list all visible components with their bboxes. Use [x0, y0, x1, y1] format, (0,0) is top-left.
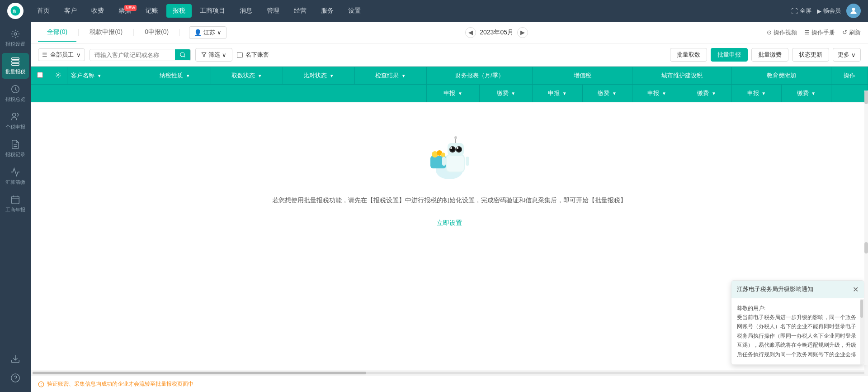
- th-fetch-status: 取数状态 ▼: [211, 67, 283, 85]
- sidebar-item-tax-summary[interactable]: 报税总览: [2, 81, 29, 106]
- svg-point-20: [57, 74, 59, 76]
- nav-message[interactable]: 消息: [233, 4, 259, 18]
- top-navigation: 彩 首页 客户 收费 票据 NEW 记账 报税 工商项目 消息 管理 经营 服务…: [0, 0, 868, 22]
- svg-rect-6: [12, 64, 19, 66]
- notification-scroll-thumb[interactable]: [860, 300, 863, 318]
- scrollbar-thumb[interactable]: [33, 372, 366, 374]
- sidebar-item-batch-tax[interactable]: 批量报税: [2, 53, 29, 79]
- batch-fetch-btn[interactable]: 批量取数: [670, 48, 707, 62]
- table-header-row: 客户名称 ▼ 纳税性质 ▼ 取数状态 ▼ 比对状态: [31, 67, 868, 85]
- next-month-btn[interactable]: ▶: [517, 27, 528, 38]
- th-vat-declare: 申报 ▼: [533, 85, 582, 102]
- new-badge: NEW: [124, 5, 137, 11]
- search-input[interactable]: [90, 49, 175, 61]
- sidebar-item-settlement[interactable]: 汇算清缴: [2, 163, 29, 189]
- sidebar-item-tax-settings[interactable]: 报税设置: [2, 25, 29, 51]
- page-scroll-thumb[interactable]: [864, 91, 868, 104]
- top-nav-right: ⛶ 全屏 ▶ 畅会员: [791, 4, 861, 18]
- svg-text:彩: 彩: [12, 10, 17, 14]
- nav-service[interactable]: 服务: [315, 4, 340, 18]
- th-vat: 增值税: [533, 67, 632, 85]
- svg-rect-38: [442, 157, 446, 166]
- nav-tax[interactable]: 报税: [166, 4, 192, 18]
- tab-zero-declaration[interactable]: 0申报(0): [136, 24, 178, 42]
- th-compare-status: 比对状态 ▼: [283, 67, 355, 85]
- svg-point-8: [13, 113, 16, 116]
- sidebar-item-personal-tax[interactable]: 个税申报: [2, 108, 29, 134]
- sidebar-item-annual-report[interactable]: 工商年报: [2, 191, 29, 217]
- nav-items: 首页 客户 收费 票据 NEW 记账 报税 工商项目 消息 管理 经营 服务 设…: [31, 4, 791, 18]
- empty-state-message: 若您想使用批量报税功能，请先在【报税设置】中进行报税的初始化设置，完成密码验证和…: [272, 195, 627, 206]
- select-all-checkbox[interactable]: [37, 72, 43, 78]
- tabs-province-bar: 全部(0) 税款申报(0) 0申报(0) 👤 江苏 ∨ ◀ 2023年05月 ▶: [31, 22, 868, 43]
- batch-pay-btn[interactable]: 批量缴费: [751, 48, 788, 62]
- tab-divider-2: [133, 29, 134, 36]
- logo[interactable]: 彩: [7, 3, 24, 19]
- checkbox-account-label[interactable]: 名下账套: [237, 51, 269, 59]
- tab-divider-1: [78, 29, 79, 36]
- svg-rect-4: [12, 58, 19, 60]
- nav-biz[interactable]: 工商项目: [193, 4, 231, 18]
- notif-panel-scroll-thumb[interactable]: [864, 242, 868, 253]
- th-fin-pay: 缴费 ▼: [480, 85, 533, 102]
- notification-title: 江苏电子税务局升级影响通知: [737, 285, 813, 293]
- svg-point-42: [41, 385, 41, 385]
- setup-link[interactable]: 立即设置: [437, 217, 462, 229]
- operation-video-btn[interactable]: ⊙ 操作视频: [767, 29, 797, 37]
- th-edu-declare: 申报 ▼: [731, 85, 781, 102]
- member-btn[interactable]: ▶ 畅会员: [817, 7, 841, 15]
- nav-operation[interactable]: 经营: [288, 4, 313, 18]
- bottom-bar: 验证账密、采集信息均成功的企业才会流转至批量报税页面中: [31, 376, 868, 392]
- fullscreen-btn[interactable]: ⛶ 全屏: [791, 7, 811, 15]
- more-btn[interactable]: 更多 ∨: [833, 48, 861, 62]
- nav-bookkeeping[interactable]: 记账: [139, 4, 165, 18]
- svg-point-37: [454, 136, 457, 139]
- search-button[interactable]: [175, 49, 190, 60]
- th-spacer: [31, 85, 427, 102]
- nav-home[interactable]: 首页: [31, 4, 56, 18]
- operation-manual-btn[interactable]: ☰ 操作手册: [804, 29, 835, 37]
- filter-btn[interactable]: 筛选 ∨: [195, 48, 232, 62]
- th-edu-surcharge: 教育费附加: [731, 67, 831, 85]
- svg-rect-5: [12, 61, 19, 62]
- nav-settings[interactable]: 设置: [342, 4, 367, 18]
- tab-tax-declaration[interactable]: 税款申报(0): [80, 24, 132, 42]
- checkbox-account[interactable]: [237, 52, 243, 58]
- th-checkbox: [31, 67, 49, 85]
- batch-declare-btn[interactable]: 批量申报: [711, 48, 748, 62]
- notification-scrollbar[interactable]: [860, 299, 864, 364]
- svg-point-32: [450, 147, 452, 149]
- employee-select[interactable]: ☰ 全部员工 ∨: [38, 48, 85, 61]
- svg-rect-39: [466, 157, 469, 166]
- refresh-btn[interactable]: ↺ 刷新: [842, 29, 861, 37]
- province-select[interactable]: 👤 江苏 ∨: [189, 26, 226, 39]
- nav-manage[interactable]: 管理: [260, 4, 286, 18]
- toolbar: ☰ 全部员工 ∨ 筛选 ∨ 名下账套: [31, 43, 868, 67]
- main-table: 客户名称 ▼ 纳税性质 ▼ 取数状态 ▼ 比对状态: [31, 67, 868, 256]
- notification-popup: 江苏电子税务局升级影响通知 ✕ 尊敬的用户: 受当前电子税务局进一步升级的影响，…: [731, 280, 864, 365]
- nav-customer[interactable]: 客户: [58, 4, 83, 18]
- nav-invoice[interactable]: 票据 NEW: [112, 4, 137, 18]
- th-city-declare: 申报 ▼: [632, 85, 682, 102]
- sidebar-item-tax-records[interactable]: 报税记录: [2, 136, 29, 162]
- notification-close-btn[interactable]: ✕: [853, 285, 859, 294]
- date-nav: ◀ 2023年05月 ▶: [465, 27, 528, 38]
- warning-icon: [38, 381, 44, 387]
- notif-panel-scrollbar[interactable]: [864, 242, 868, 365]
- nav-billing[interactable]: 收费: [85, 4, 110, 18]
- svg-point-35: [457, 147, 458, 149]
- tab-all[interactable]: 全部(0): [38, 24, 76, 42]
- sidebar-label-tax-records: 报税记录: [5, 151, 25, 158]
- tabs-right-actions: ⊙ 操作视频 ☰ 操作手册 ↺ 刷新: [767, 29, 861, 37]
- notification-header: 江苏电子税务局升级影响通知 ✕: [731, 281, 864, 298]
- avatar[interactable]: [846, 4, 861, 18]
- current-date: 2023年05月: [480, 29, 514, 37]
- sidebar-item-download[interactable]: [2, 350, 29, 368]
- horizontal-scrollbar[interactable]: [31, 370, 868, 376]
- prev-month-btn[interactable]: ◀: [465, 27, 476, 38]
- status-update-btn[interactable]: 状态更新: [792, 48, 829, 62]
- sidebar-item-help[interactable]: [2, 369, 29, 387]
- svg-point-2: [852, 8, 855, 11]
- svg-marker-19: [202, 53, 206, 57]
- empty-state-row: 若您想使用批量报税功能，请先在【报税设置】中进行报税的初始化设置，完成密码验证和…: [31, 102, 868, 256]
